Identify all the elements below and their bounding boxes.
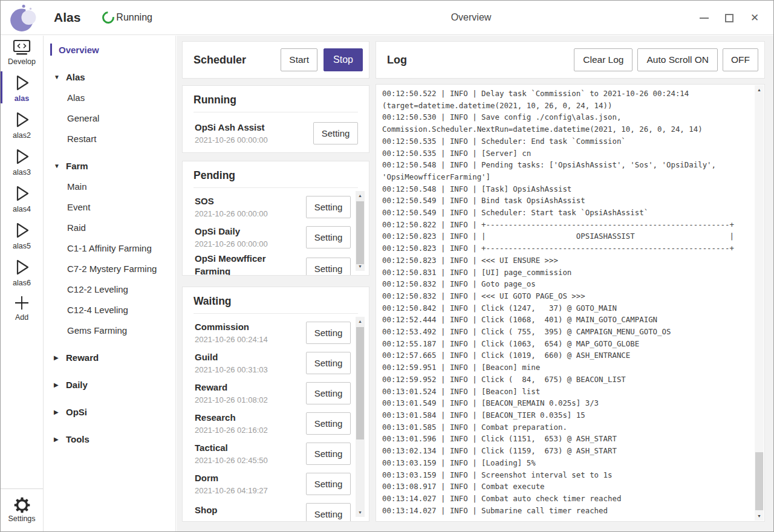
task-setting-button[interactable]: Setting <box>306 443 351 465</box>
section-arrow-icon: ▶ <box>54 436 66 443</box>
nav-item-general[interactable]: General <box>44 108 175 128</box>
nav-item-alas[interactable]: Alas <box>44 87 175 108</box>
task-setting-button[interactable]: Setting <box>306 258 351 275</box>
task-setting-button[interactable]: Setting <box>306 196 351 218</box>
nav-item-event[interactable]: Event <box>44 196 175 217</box>
scheduler-title: Scheduler <box>194 54 281 66</box>
window-controls: ✕ <box>691 1 767 35</box>
log-line: 00:12:50.549 | INFO | Bind task OpsiAshA… <box>382 195 746 207</box>
scroll-up-icon[interactable]: ▲ <box>755 85 764 94</box>
rail-instance-alas2[interactable]: alas2 <box>1 106 43 143</box>
rail-item-add[interactable]: Add <box>1 290 43 325</box>
task-info: Shop <box>195 504 306 521</box>
nav-item-label: C12-2 Leveling <box>67 284 128 294</box>
nav-item-restart[interactable]: Restart <box>44 128 175 149</box>
rail-item-develop[interactable]: Develop <box>1 36 43 69</box>
nav-item-label: Event <box>67 202 90 212</box>
scroll-thumb[interactable] <box>356 327 364 440</box>
task-info: Reward 2021-10-26 01:08:02 <box>195 381 306 405</box>
scroll-down-icon[interactable]: ▼ <box>755 511 764 521</box>
scroll-up-icon[interactable]: ▲ <box>356 317 365 326</box>
scroll-up-icon[interactable]: ▲ <box>356 191 365 200</box>
nav-item-main[interactable]: Main <box>44 176 175 196</box>
nav-item-c1-1-affinity-farming[interactable]: C1-1 Affinity Farming <box>44 238 175 258</box>
nav-item-overview[interactable]: Overview <box>44 39 175 60</box>
nav-item-c7-2-mystery-farming[interactable]: C7-2 Mystery Farming <box>44 258 175 279</box>
scroll-down-icon[interactable]: ▼ <box>356 508 365 517</box>
rail-add-label: Add <box>15 313 28 322</box>
nav-section-farm[interactable]: ▼ Farm <box>44 155 175 176</box>
nav-section-tools[interactable]: ▶ Tools <box>44 429 175 449</box>
minimize-button[interactable] <box>691 5 717 31</box>
rail-instance-alas4[interactable]: alas4 <box>1 180 43 216</box>
start-button[interactable]: Start <box>281 48 317 71</box>
play-icon <box>11 220 32 241</box>
nav-section-alas[interactable]: ▼ Alas <box>44 66 175 87</box>
play-icon <box>11 183 32 204</box>
log-line: 00:12:55.187 | INFO | Click (1063, 654) … <box>382 338 746 350</box>
autoscroll-off-button[interactable]: OFF <box>723 48 758 71</box>
nav-section-opsi[interactable]: ▶ OpSi <box>44 401 175 422</box>
scroll-thumb[interactable] <box>356 201 364 264</box>
task-setting-button[interactable]: Setting <box>306 503 351 522</box>
nav-item-label: Alas <box>67 92 85 103</box>
rail-bottom: Settings <box>1 488 43 531</box>
nav-item-label: C7-2 Mystery Farming <box>67 264 157 274</box>
nav-section-daily[interactable]: ▶ Daily <box>44 374 175 395</box>
rail-instance-alas[interactable]: alas <box>1 69 43 106</box>
task-setting-button[interactable]: Setting <box>306 412 351 435</box>
task-name: Shop <box>195 504 301 516</box>
log-scrollbar[interactable]: ▲ ▼ <box>755 85 764 521</box>
log-line: 00:13:03.159 | INFO | Screenshot interva… <box>382 469 746 481</box>
task-time: 2021-10-26 02:45:50 <box>195 456 301 465</box>
rail-instance-alas3[interactable]: alas3 <box>1 143 43 180</box>
stop-button[interactable]: Stop <box>324 48 363 71</box>
log-line: 00:12:50.823 | INFO | | OPSIASHASSIST | <box>382 230 746 242</box>
rail-settings-label: Settings <box>8 514 35 523</box>
develop-icon <box>12 39 31 56</box>
task-name: SOS <box>195 195 301 207</box>
nav-section-reward[interactable]: ▶ Reward <box>44 347 175 368</box>
rail-instance-alas5[interactable]: alas5 <box>1 216 43 253</box>
scroll-down-icon[interactable]: ▼ <box>356 262 365 271</box>
nav-item-raid[interactable]: Raid <box>44 217 175 238</box>
task-info: OpSi Daily 2021-10-26 00:00:00 <box>195 225 306 249</box>
maximize-button[interactable] <box>717 5 742 31</box>
rail-instance-label: alas6 <box>13 279 31 287</box>
nav-item-c12-2-leveling[interactable]: C12-2 Leveling <box>44 279 175 299</box>
log-line: 00:13:14.027 | INFO | Submarine call tim… <box>382 505 746 517</box>
task-setting-button[interactable]: Setting <box>306 226 351 248</box>
waiting-task-list: Commission 2021-10-26 00:24:14 Setting G… <box>183 314 351 521</box>
rail-instance-alas6[interactable]: alas6 <box>1 253 43 290</box>
task-setting-button[interactable]: Setting <box>306 382 351 404</box>
pending-title: Pending <box>183 161 369 187</box>
task-time: 2021-10-26 02:16:02 <box>195 426 301 435</box>
clear-log-button[interactable]: Clear Log <box>574 48 633 71</box>
log-line: 00:13:01.585 | INFO | Combat preparation… <box>382 421 746 433</box>
scroll-thumb[interactable] <box>755 452 763 510</box>
rail-instance-label: alas4 <box>13 205 31 213</box>
log-line: 00:12:57.665 | INFO | Click (1019, 660) … <box>382 349 746 362</box>
minimize-icon <box>700 18 709 19</box>
content-area: Scheduler Start Stop Running OpSi Ash As… <box>177 36 773 531</box>
log-line: 00:13:14.027 | INFO | Combat auto check … <box>382 493 746 505</box>
task-name: Guild <box>195 351 301 363</box>
task-setting-button[interactable]: Setting <box>306 473 351 495</box>
log-title: Log <box>387 54 569 66</box>
close-button[interactable]: ✕ <box>742 5 767 31</box>
waiting-card: Waiting Commission 2021-10-26 00:24:14 S… <box>182 287 369 522</box>
nav-item-gems-farming[interactable]: Gems Farming <box>44 320 175 340</box>
log-line: 00:13:01.549 | INFO | [BEACON_REMAIN 0.0… <box>382 397 746 409</box>
section-arrow-icon: ▶ <box>54 409 66 415</box>
waiting-scrollbar[interactable]: ▲ ▼ <box>356 317 365 517</box>
autoscroll-on-button[interactable]: Auto Scroll ON <box>637 48 718 71</box>
rail-item-settings[interactable]: Settings <box>1 493 43 526</box>
nav-item-c12-4-leveling[interactable]: C12-4 Leveling <box>44 299 175 320</box>
pending-scrollbar[interactable]: ▲ ▼ <box>356 191 365 271</box>
nav-item-label: C12-4 Leveling <box>67 305 128 315</box>
task-info: Tactical 2021-10-26 02:45:50 <box>195 441 306 465</box>
rail-instance-label: alas3 <box>13 168 31 177</box>
task-setting-button[interactable]: Setting <box>313 122 358 144</box>
task-setting-button[interactable]: Setting <box>306 352 351 374</box>
task-setting-button[interactable]: Setting <box>306 322 351 344</box>
